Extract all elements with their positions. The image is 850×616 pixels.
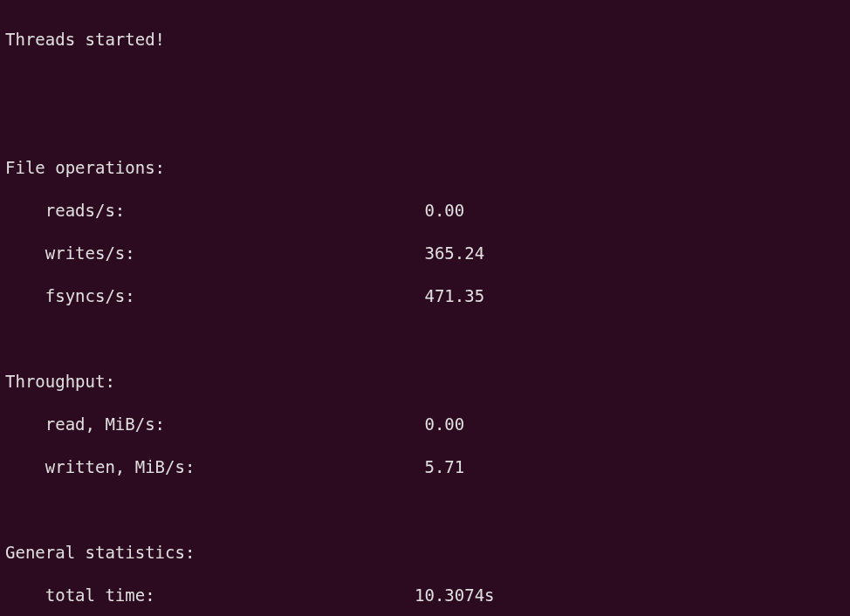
throughput-read: read, MiB/s: 0.00 bbox=[5, 414, 845, 435]
writes-label: writes/s: bbox=[45, 243, 135, 263]
fsyncs-value: 471.35 bbox=[424, 286, 484, 305]
terminal-output[interactable]: Threads started! File operations: reads/… bbox=[5, 7, 845, 616]
fileops-reads: reads/s: 0.00 bbox=[5, 200, 845, 222]
general-total-time: total time: 10.3074s bbox=[5, 585, 845, 606]
throughput-title: Throughput: bbox=[5, 371, 845, 393]
read-value: 0.00 bbox=[424, 414, 464, 434]
header-line: Threads started! bbox=[5, 29, 845, 51]
total-time-value: 10.3074s bbox=[415, 585, 495, 605]
general-title: General statistics: bbox=[5, 542, 845, 564]
blank-line bbox=[5, 499, 845, 521]
fsyncs-label: fsyncs/s: bbox=[45, 286, 135, 305]
blank-line bbox=[5, 328, 845, 350]
blank-line bbox=[5, 114, 845, 136]
reads-label: reads/s: bbox=[45, 201, 126, 220]
throughput-written: written, MiB/s: 5.71 bbox=[5, 456, 845, 478]
total-time-label: total time: bbox=[45, 585, 155, 605]
read-label: read, MiB/s: bbox=[45, 414, 165, 434]
fileops-fsyncs: fsyncs/s: 471.35 bbox=[5, 285, 845, 307]
written-value: 5.71 bbox=[424, 457, 464, 476]
fileops-writes: writes/s: 365.24 bbox=[5, 243, 845, 264]
writes-value: 365.24 bbox=[424, 243, 484, 263]
blank-line bbox=[5, 72, 845, 93]
reads-value: 0.00 bbox=[424, 201, 464, 220]
written-label: written, MiB/s: bbox=[45, 457, 195, 476]
fileops-title: File operations: bbox=[5, 157, 845, 179]
